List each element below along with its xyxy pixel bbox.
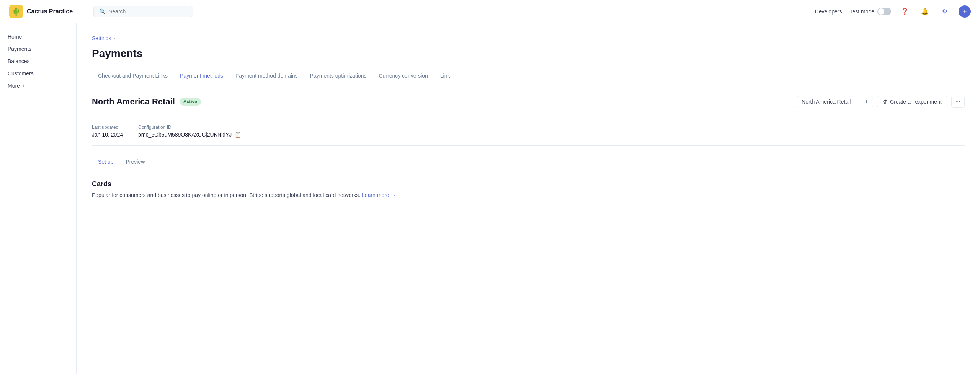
breadcrumb: Settings ›: [92, 35, 965, 41]
tab-currency-conversion[interactable]: Currency conversion: [372, 69, 434, 83]
chevron-up-down-icon: ⬍: [864, 99, 868, 104]
question-icon: ❓: [901, 8, 909, 15]
config-info: Last updated Jan 10, 2024 Configuration …: [92, 117, 965, 146]
logo-area: 🌵 Cactus Practice: [9, 5, 86, 18]
last-updated-label: Last updated: [92, 125, 123, 130]
search-input[interactable]: [109, 8, 187, 15]
app-name: Cactus Practice: [27, 8, 73, 15]
section-actions: North America Retail ⬍ ⚗ Create an exper…: [797, 96, 965, 108]
config-id-item: Configuration ID pmc_6Gb5uM589O8KAxCGj2U…: [138, 125, 241, 138]
last-updated-value: Jan 10, 2024: [92, 132, 123, 138]
breadcrumb-settings[interactable]: Settings: [92, 35, 111, 41]
dropdown-value: North America Retail: [802, 99, 851, 105]
test-mode-toggle[interactable]: [877, 8, 891, 15]
toggle-thumb: [878, 8, 884, 15]
search-icon: 🔍: [99, 8, 106, 15]
sidebar-item-more[interactable]: More +: [0, 80, 76, 92]
sidebar-item-label: Home: [8, 34, 22, 40]
search-bar[interactable]: 🔍: [93, 6, 193, 17]
sidebar-item-balances[interactable]: Balances: [0, 55, 76, 67]
test-mode-area: Test mode: [849, 8, 891, 15]
topnav: 🌵 Cactus Practice 🔍 Developers Test mode…: [0, 0, 980, 23]
config-id-value: pmc_6Gb5uM589O8KAxCGj2UKNidYJ: [138, 132, 232, 138]
tab-payment-methods[interactable]: Payment methods: [174, 69, 229, 83]
tab-link[interactable]: Link: [434, 69, 456, 83]
sub-tab-setup[interactable]: Set up: [92, 155, 119, 169]
sidebar-item-label: More: [8, 83, 20, 89]
ellipsis-icon: ···: [956, 98, 960, 105]
test-mode-label: Test mode: [849, 8, 874, 15]
help-icon-btn[interactable]: ❓: [899, 5, 911, 18]
tab-payments-optimizations[interactable]: Payments optimizations: [304, 69, 373, 83]
cards-section: Cards Popular for consumers and business…: [92, 180, 965, 199]
page-title: Payments: [92, 47, 965, 60]
breadcrumb-separator: ›: [114, 35, 116, 41]
developers-link[interactable]: Developers: [815, 8, 842, 15]
sidebar-item-home[interactable]: Home: [0, 31, 76, 43]
create-experiment-label: Create an experiment: [890, 99, 942, 105]
bell-icon: 🔔: [921, 8, 929, 15]
sidebar-item-label: Payments: [8, 46, 31, 52]
copy-icon[interactable]: 📋: [235, 132, 241, 138]
sidebar-item-label: Balances: [8, 58, 30, 64]
more-options-button[interactable]: ···: [951, 96, 965, 108]
nav-right: Developers Test mode ❓ 🔔 ⚙ +: [815, 5, 971, 18]
create-experiment-button[interactable]: ⚗ Create an experiment: [877, 96, 947, 107]
config-id-area: pmc_6Gb5uM589O8KAxCGj2UKNidYJ 📋: [138, 132, 241, 138]
gear-icon-btn[interactable]: ⚙: [939, 5, 951, 18]
add-icon: +: [962, 8, 967, 15]
add-button[interactable]: +: [959, 5, 971, 18]
bell-icon-btn[interactable]: 🔔: [919, 5, 931, 18]
sub-tab-preview[interactable]: Preview: [119, 155, 151, 169]
more-plus-icon: +: [22, 83, 25, 89]
tabs: Checkout and Payment Links Payment metho…: [92, 69, 965, 83]
config-id-label: Configuration ID: [138, 125, 241, 130]
tab-checkout-payment-links[interactable]: Checkout and Payment Links: [92, 69, 174, 83]
sidebar: Home Payments Balances Customers More +: [0, 23, 77, 374]
layout: Home Payments Balances Customers More + …: [0, 0, 980, 374]
cards-title: Cards: [92, 180, 965, 188]
section-header: North America Retail Active North Americ…: [92, 96, 965, 108]
section-title-area: North America Retail Active: [92, 97, 201, 107]
sidebar-item-label: Customers: [8, 70, 34, 76]
config-dropdown[interactable]: North America Retail ⬍: [797, 96, 873, 107]
sidebar-item-payments[interactable]: Payments: [0, 43, 76, 55]
app-logo-icon: 🌵: [9, 5, 23, 18]
main-content: Settings › Payments Checkout and Payment…: [77, 23, 980, 374]
active-badge: Active: [180, 98, 201, 106]
learn-more-link[interactable]: Learn more →: [362, 192, 396, 198]
tab-payment-method-domains[interactable]: Payment method domains: [229, 69, 304, 83]
cards-description: Popular for consumers and businesses to …: [92, 191, 965, 199]
gear-icon: ⚙: [942, 8, 947, 15]
section-title: North America Retail: [92, 97, 175, 107]
sub-tabs: Set up Preview: [92, 155, 965, 169]
experiment-icon: ⚗: [883, 99, 888, 105]
last-updated-item: Last updated Jan 10, 2024: [92, 125, 123, 138]
sidebar-item-customers[interactable]: Customers: [0, 67, 76, 80]
